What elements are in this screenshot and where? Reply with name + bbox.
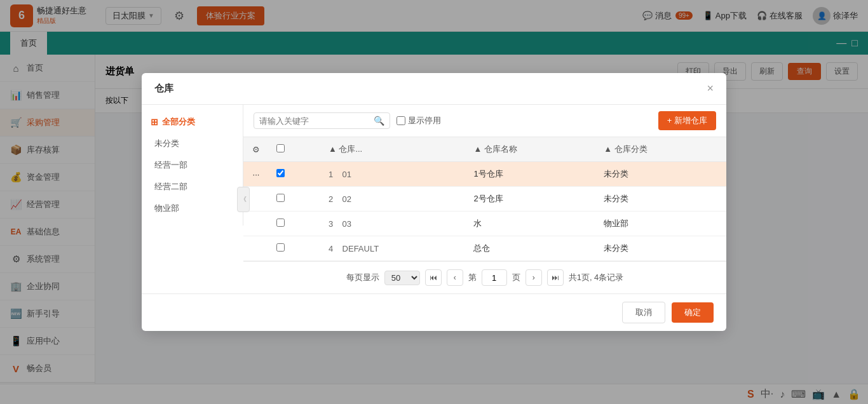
modal-body: ⊞ 全部分类 未分类 经营一部 经营二部 物业部 《 🔍 xyxy=(142,105,726,293)
data-table: ⚙ ▲ 仓库... ▲ 仓库名称 xyxy=(243,137,726,261)
select-all-checkbox[interactable] xyxy=(276,144,285,152)
show-disabled-label[interactable]: 显示停用 xyxy=(397,115,441,126)
table-row[interactable]: 4 DEFAULT 总仓 未分类 xyxy=(243,236,726,261)
category-all-label: 全部分类 xyxy=(162,116,195,128)
confirm-button[interactable]: 确定 xyxy=(672,302,714,323)
modal-footer: 取消 确定 xyxy=(142,293,726,331)
row-name: 2号仓库 xyxy=(466,187,596,212)
table-row[interactable]: 2 02 2号仓库 未分类 xyxy=(243,187,726,212)
page-suffix: 页 xyxy=(512,272,520,283)
modal-overlay: 仓库 × ⊞ 全部分类 未分类 经营一部 经营二部 物业部 《 xyxy=(0,0,868,404)
row-more-icon[interactable]: ··· xyxy=(253,170,260,179)
row-checkbox-cell xyxy=(269,212,321,236)
show-disabled-text: 显示停用 xyxy=(408,115,441,126)
prev-page-button[interactable]: ‹ xyxy=(447,269,463,286)
table-row[interactable]: 3 03 水 物业部 xyxy=(243,212,726,236)
cancel-button[interactable]: 取消 xyxy=(622,302,665,323)
col-category: ▲ 仓库分类 xyxy=(596,137,726,162)
row-name: 1号仓库 xyxy=(466,162,596,187)
row-gear xyxy=(243,212,269,236)
row-category: 未分类 xyxy=(596,187,726,212)
col-gear: ⚙ xyxy=(243,137,269,162)
row-category: 未分类 xyxy=(596,162,726,187)
table-row[interactable]: ··· 1 01 1号仓库 未分类 xyxy=(243,162,726,187)
show-disabled-checkbox[interactable] xyxy=(397,116,405,125)
row-checkbox-cell xyxy=(269,236,321,261)
row-checkbox-cell xyxy=(269,162,321,187)
category-collapse-button[interactable]: 《 xyxy=(237,187,250,212)
search-input[interactable] xyxy=(259,116,374,126)
per-page-label: 每页显示 xyxy=(346,272,379,283)
table-toolbar: 🔍 显示停用 + 新增仓库 xyxy=(243,105,726,137)
warehouse-modal: 仓库 × ⊞ 全部分类 未分类 经营一部 经营二部 物业部 《 xyxy=(142,73,726,331)
category-all[interactable]: ⊞ 全部分类 xyxy=(142,111,243,133)
search-input-wrap: 🔍 xyxy=(254,112,390,129)
row-gear xyxy=(243,236,269,261)
first-page-button[interactable]: ⏮ xyxy=(425,269,442,286)
row-name: 总仓 xyxy=(466,236,596,261)
next-page-button[interactable]: › xyxy=(526,269,542,286)
row-category: 物业部 xyxy=(596,212,726,236)
row-num: 2 02 xyxy=(321,187,466,212)
row-num: 1 01 xyxy=(321,162,466,187)
page-summary: 共1页, 4条记录 xyxy=(569,272,624,283)
row-checkbox-cell xyxy=(269,187,321,212)
grid-icon: ⊞ xyxy=(151,117,158,127)
table-header-row: ⚙ ▲ 仓库... ▲ 仓库名称 xyxy=(243,137,726,162)
pagination: 每页显示 50 100 ⏮ ‹ 第 页 › ⏭ 共1页, 4条记录 xyxy=(243,261,726,293)
category-item-operation2[interactable]: 经营二部 xyxy=(142,176,243,198)
add-warehouse-button[interactable]: + 新增仓库 xyxy=(658,111,716,130)
table-body: ··· 1 01 1号仓库 未分类 2 02 2号仓库 未分类 3 03 水 物… xyxy=(243,162,726,261)
row-checkbox[interactable] xyxy=(276,243,285,252)
category-item-operation1[interactable]: 经营一部 xyxy=(142,154,243,176)
modal-close-button[interactable]: × xyxy=(707,82,714,95)
col-checkbox xyxy=(269,137,321,162)
category-sidebar-wrap: ⊞ 全部分类 未分类 经营一部 经营二部 物业部 《 xyxy=(142,105,243,293)
modal-header: 仓库 × xyxy=(142,73,726,105)
col-code: ▲ 仓库... xyxy=(321,137,466,162)
search-icon[interactable]: 🔍 xyxy=(374,116,384,126)
row-num: 4 DEFAULT xyxy=(321,236,466,261)
col-name: ▲ 仓库名称 xyxy=(466,137,596,162)
row-gear: ··· xyxy=(243,162,269,187)
per-page-select[interactable]: 50 100 xyxy=(384,271,420,285)
row-name: 水 xyxy=(466,212,596,236)
page-number-input[interactable] xyxy=(482,269,507,286)
row-checkbox[interactable] xyxy=(276,194,285,202)
last-page-button[interactable]: ⏭ xyxy=(547,269,564,286)
page-label: 第 xyxy=(468,272,477,283)
table-area: 🔍 显示停用 + 新增仓库 ⚙ xyxy=(243,105,726,293)
category-sidebar: ⊞ 全部分类 未分类 经营一部 经营二部 物业部 xyxy=(142,105,243,226)
row-checkbox[interactable] xyxy=(276,219,285,227)
category-item-unclassified[interactable]: 未分类 xyxy=(142,133,243,154)
row-num: 3 03 xyxy=(321,212,466,236)
category-item-property[interactable]: 物业部 xyxy=(142,198,243,219)
row-checkbox[interactable] xyxy=(276,169,285,177)
row-category: 未分类 xyxy=(596,236,726,261)
warehouse-table: ⚙ ▲ 仓库... ▲ 仓库名称 xyxy=(243,137,726,261)
modal-title: 仓库 xyxy=(154,83,173,95)
